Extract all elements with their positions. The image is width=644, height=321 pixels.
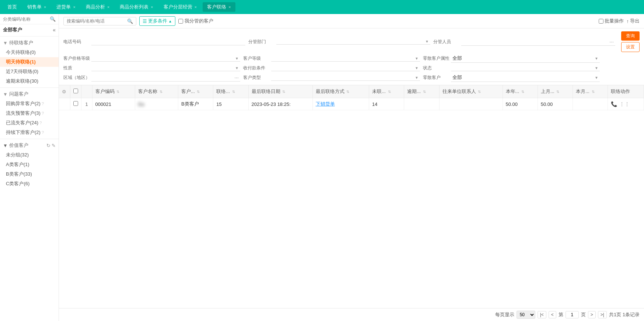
help-icon-0[interactable]: ?	[42, 101, 44, 106]
payment-dropdown-icon: ▼	[415, 66, 419, 70]
row-checkbox-cell[interactable]	[70, 98, 81, 110]
main-search-icon[interactable]: 🔍	[127, 18, 133, 24]
retail-attr-select[interactable]: 全部 ▼	[451, 54, 600, 63]
sidebar-item-declining[interactable]: 持续下滑客户(2) ?	[0, 128, 59, 137]
customer-grade-select[interactable]: ▼	[271, 56, 420, 62]
settings-button[interactable]: 设置	[621, 42, 640, 52]
sidebar-all-customers[interactable]: 全部客户 «	[0, 24, 59, 35]
status-dropdown-icon: ▼	[595, 66, 598, 70]
nature-select[interactable]: ▼	[91, 65, 240, 71]
region-dots-icon[interactable]: ···	[234, 75, 239, 80]
sort-name-icon: ⇅	[160, 90, 162, 94]
page-label: 第	[559, 311, 563, 318]
page-end-label: 页	[581, 311, 586, 318]
customer-grade-dropdown-icon: ▼	[415, 56, 419, 61]
help-icon-2[interactable]: ?	[39, 121, 42, 125]
th-this-year[interactable]: 本年... ⇅	[503, 85, 538, 98]
refresh-icon[interactable]: ↻	[46, 143, 50, 148]
sidebar-item-overdue-pending[interactable]: 逾期未联络(30)	[0, 76, 59, 86]
sidebar-search-icon[interactable]: 🔍	[50, 16, 56, 22]
sidebar-item-churn-warning[interactable]: 流失预警客户(3) ?	[0, 108, 59, 118]
per-page-select[interactable]: 50 100	[517, 311, 535, 319]
close-customer-contact-icon[interactable]: ×	[228, 5, 231, 9]
nav-purchase-order[interactable]: 进货单 ×	[52, 2, 80, 12]
last-page-button[interactable]: >|	[598, 311, 607, 318]
nav-customer-tiering[interactable]: 客户分层经营 ×	[159, 2, 201, 12]
adv-filter-row-3: 性质 ▼ 收付款条件 ▼ 状态	[63, 65, 640, 71]
nav-product-analysis-list[interactable]: 商品分析列表 ×	[115, 2, 157, 12]
sidebar-item-7days-pending[interactable]: 近7天待联络(0)	[0, 67, 59, 76]
th-contact-person[interactable]: 往来单位联系人 ⇅	[439, 85, 503, 98]
th-gear[interactable]: ⚙	[59, 85, 70, 98]
customer-type-select[interactable]: ▼	[271, 75, 420, 81]
edit-icon[interactable]: ✎	[52, 143, 56, 148]
my-customer-checkbox[interactable]	[178, 19, 183, 24]
row-last-contact-method-cell[interactable]: 下销货单	[312, 98, 369, 110]
dept-select[interactable]: ▼	[276, 39, 430, 45]
page-input[interactable]	[566, 311, 579, 318]
nav-customer-contact[interactable]: 客户联络 ×	[203, 2, 235, 12]
first-page-button[interactable]: |<	[538, 311, 546, 318]
th-last-contact-method[interactable]: 最后联络方式 ⇅	[312, 85, 369, 98]
more-filter-button[interactable]: ☰ 更多条件 ▲	[139, 16, 175, 26]
help-icon-1[interactable]: ?	[42, 111, 44, 115]
retail-select[interactable]: 全部 ▼	[451, 73, 600, 82]
th-this-month[interactable]: 本月... ⇅	[573, 85, 608, 98]
sidebar-item-churned[interactable]: 已流失客户(24) ?	[0, 118, 59, 128]
th-no-contact[interactable]: 未联... ⇅	[369, 85, 404, 98]
row-overdue-cell	[404, 98, 439, 110]
price-grade-select[interactable]: ▼	[91, 56, 240, 62]
nav-product-analysis[interactable]: 商品分析 ×	[81, 2, 114, 12]
sidebar-search-input[interactable]	[3, 17, 48, 22]
sidebar-problem-group[interactable]: ▼ 问题客户	[0, 89, 59, 99]
phone-input[interactable]	[91, 38, 245, 45]
close-customer-tiering-icon[interactable]: ×	[195, 5, 197, 9]
adv-filter-row-4: 区域（地区） ··· 客户类型 ▼ 零散客户 全部	[63, 73, 640, 82]
th-overdue[interactable]: 逾期... ⇅	[404, 85, 439, 98]
nav-home[interactable]: 首页	[3, 2, 21, 12]
sidebar-item-a-class[interactable]: A类客户(1)	[0, 160, 59, 169]
sidebar-item-b-class[interactable]: B类客户(33)	[0, 169, 59, 179]
sidebar-item-ungrouped[interactable]: 未分组(32)	[0, 150, 59, 160]
batch-ops-button[interactable]: 批量操作	[599, 18, 624, 24]
next-page-button[interactable]: >	[588, 311, 596, 318]
close-sales-order-icon[interactable]: ×	[44, 5, 46, 9]
last-contact-method-link[interactable]: 下销货单	[316, 101, 335, 107]
select-all-checkbox[interactable]	[73, 89, 78, 93]
sidebar-item-c-class[interactable]: C类客户(6)	[0, 179, 59, 189]
close-product-analysis-icon[interactable]: ×	[107, 5, 109, 9]
filter-retail-attr: 零散客户属性 全部 ▼	[423, 54, 600, 63]
person-dots-icon[interactable]: ···	[609, 39, 614, 45]
th-contact-count[interactable]: 联络... ⇅	[213, 85, 248, 98]
query-button[interactable]: 查询	[621, 31, 640, 41]
th-customer-type[interactable]: 客户... ⇅	[178, 85, 213, 98]
th-customer-name[interactable]: 客户名称 ⇅	[135, 85, 178, 98]
sort-code-icon: ⇅	[116, 90, 119, 94]
export-button[interactable]: ↑ 导出	[627, 18, 640, 24]
action-phone-icon[interactable]: 📞	[611, 101, 617, 107]
status-select[interactable]: ▼	[451, 65, 600, 71]
batch-ops-checkbox[interactable]	[599, 19, 603, 24]
row-checkbox[interactable]	[73, 101, 78, 106]
prev-page-button[interactable]: <	[549, 311, 556, 318]
th-last-contact-date[interactable]: 最后联络日期 ⇅	[248, 85, 312, 98]
sidebar-pending-group[interactable]: ▼ 待联络客户	[0, 38, 59, 48]
action-more-icon[interactable]: ⋮⋮	[619, 101, 630, 107]
nav-sales-order[interactable]: 销售单 ×	[23, 2, 50, 12]
payment-select[interactable]: ▼	[271, 65, 420, 71]
th-customer-code[interactable]: 客户编码 ⇅	[92, 85, 135, 98]
person-select[interactable]: ···	[461, 38, 615, 46]
close-purchase-order-icon[interactable]: ×	[73, 5, 75, 9]
sidebar-item-today-pending[interactable]: 今天待联络(0)	[0, 48, 59, 57]
sidebar-value-group[interactable]: ▼ 价值客户 ↻ ✎	[0, 141, 59, 150]
th-last-month[interactable]: 上月... ⇅	[538, 85, 573, 98]
sidebar-item-repurchase-abnormal[interactable]: 回购异常客户(2) ?	[0, 99, 59, 108]
my-customer-checkbox-wrap[interactable]: 我分管的客户	[178, 18, 213, 24]
sidebar-collapse-icon[interactable]: «	[53, 27, 56, 33]
region-select[interactable]: ···	[91, 74, 240, 82]
row-num-cell: 1	[81, 98, 92, 110]
sidebar-item-tomorrow-pending[interactable]: 明天待联络(1)	[0, 57, 59, 67]
close-product-analysis-list-icon[interactable]: ×	[151, 5, 153, 9]
help-icon-3[interactable]: ?	[42, 130, 44, 135]
main-search-input[interactable]	[67, 18, 126, 24]
